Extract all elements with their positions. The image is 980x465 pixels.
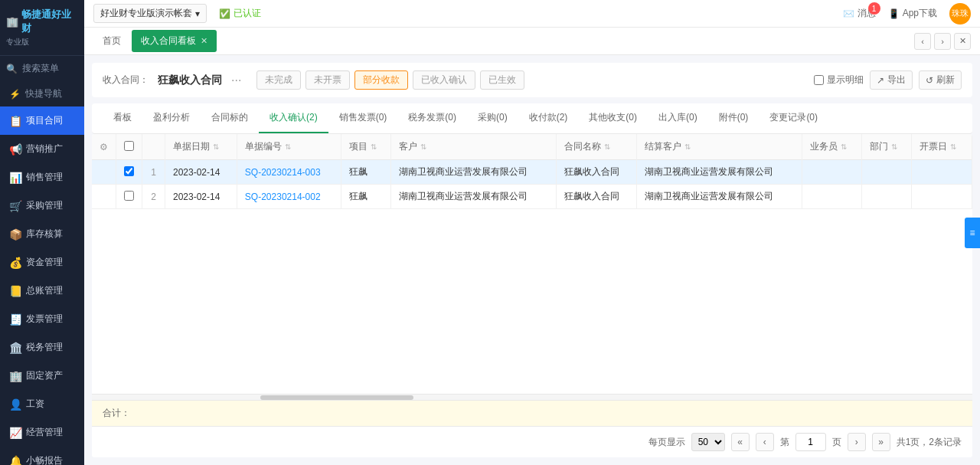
page-number-input[interactable] — [795, 433, 826, 451]
sidebar-item-sales[interactable]: 📊 销售管理 — [0, 163, 84, 192]
doc-no-link-1[interactable]: SQ-20230214-002 — [245, 192, 321, 202]
sidebar-search-label: 搜索菜单 — [22, 62, 59, 75]
right-panel-trigger[interactable]: ≡ — [965, 218, 980, 248]
settings-icon[interactable]: ⚙ — [100, 142, 108, 152]
table-scrollbar[interactable] — [92, 394, 972, 400]
tab-other_income[interactable]: 其他收支(0) — [578, 103, 648, 133]
tab-home-label: 首页 — [103, 35, 121, 46]
status-uncompleted[interactable]: 未完成 — [256, 70, 301, 90]
tab-profit[interactable]: 盈利分析 — [142, 103, 201, 133]
right-icon[interactable]: ≡ — [965, 218, 980, 248]
refresh-button[interactable]: ↺ 刷新 — [919, 70, 962, 90]
tab-nav-close[interactable]: ✕ — [954, 33, 971, 50]
row-project-0: 狂飙 — [341, 160, 391, 185]
status-partial[interactable]: 部分收款 — [354, 70, 408, 90]
tab-income_confirm[interactable]: 收入确认(2) — [259, 103, 328, 133]
company-selector[interactable]: 好业财专业版演示帐套 ▾ — [93, 4, 207, 23]
certified-badge: ✅ 已认证 — [219, 7, 261, 20]
sidebar-item-funds[interactable]: 💰 资金管理 — [0, 248, 84, 277]
tab-warehouse[interactable]: 出入库(0) — [648, 103, 708, 133]
sidebar-item-purchase[interactable]: 🛒 采购管理 — [0, 192, 84, 220]
app-download-action[interactable]: 📱 App下载 — [888, 7, 937, 20]
sidebar-marketing-label: 营销推广 — [26, 142, 63, 156]
page-prev-btn[interactable]: ‹ — [756, 433, 774, 451]
sidebar-item-labor[interactable]: 👤 工资 — [0, 390, 84, 418]
sidebar-item-report[interactable]: 🔔 小畅报告 — [0, 447, 84, 465]
row-end-customer-0: 湖南卫视商业运营发展有限公司 — [637, 160, 802, 185]
sidebar-item-invoice[interactable]: 🧾 发票管理 — [0, 305, 84, 333]
sidebar-tax-label: 税务管理 — [26, 341, 63, 354]
tab-sales_invoice[interactable]: 销售发票(0) — [328, 103, 398, 133]
table-row: 1 2023-02-14 SQ-20230214-003 狂飙 湖南卫视商业运营… — [92, 160, 972, 185]
row-checkbox-0[interactable] — [124, 166, 134, 176]
status-confirmed[interactable]: 已收入确认 — [413, 70, 475, 90]
row-gear-1[interactable] — [92, 185, 116, 209]
contract-more-button[interactable]: ··· — [231, 74, 241, 87]
sidebar-quick-nav[interactable]: ⚡ 快捷导航 — [0, 81, 84, 106]
row-gear-0[interactable] — [92, 160, 116, 185]
sidebar-operation-label: 经营管理 — [26, 426, 63, 439]
row-num-0: 1 — [142, 160, 165, 185]
sidebar-item-operation[interactable]: 📈 经营管理 — [0, 418, 84, 447]
sidebar-item-fixed[interactable]: 🏢 固定资产 — [0, 362, 84, 390]
tab-close-icon[interactable]: ✕ — [201, 36, 207, 46]
tab-home[interactable]: 首页 — [93, 30, 130, 52]
th-end-customer-label: 结算客户 — [645, 140, 681, 153]
status-buttons: 未完成未开票部分收款已收入确认已生效 — [256, 70, 524, 90]
show-detail-check[interactable]: 显示明细 — [814, 74, 864, 87]
page-first-btn[interactable]: « — [731, 433, 750, 451]
sidebar-quick-nav-label: 快捷导航 — [25, 87, 62, 100]
tab-income-kanban[interactable]: 收入合同看板 ✕ — [132, 30, 217, 52]
tab-tax_invoice[interactable]: 税务发票(0) — [397, 103, 467, 133]
export-button[interactable]: ↗ 导出 — [870, 70, 913, 90]
sidebar-report-icon: 🔔 — [9, 455, 21, 466]
row-check-1[interactable] — [116, 185, 142, 209]
contract-header: 收入合同： 狂飙收入合同 ··· 未完成未开票部分收款已收入确认已生效 显示明细… — [92, 63, 972, 97]
section-tabs: 看板盈利分析合同标的收入确认(2)销售发票(0)税务发票(0)采购(0)收付款(… — [92, 103, 972, 134]
sidebar-search-item[interactable]: 🔍 搜索菜单 — [0, 56, 84, 81]
show-detail-label: 显示明细 — [827, 74, 864, 87]
messages-action[interactable]: ✉️ 消息 1 — [843, 7, 876, 20]
status-uninvoiced[interactable]: 未开票 — [305, 70, 350, 90]
sidebar-fixed-icon: 🏢 — [9, 370, 21, 382]
tab-kanban[interactable]: 看板 — [103, 103, 142, 133]
sidebar-logo: 🏢 畅捷通好业财 专业版 — [0, 0, 84, 56]
sidebar-item-tax[interactable]: 🏛️ 税务管理 — [0, 333, 84, 362]
sidebar-item-project[interactable]: 📋 项目合同 — [0, 106, 84, 135]
main-area: 好业财专业版演示帐套 ▾ ✅ 已认证 ✉️ 消息 1 📱 App下载 珠珠 首页 — [84, 0, 980, 465]
row-doc-no-0[interactable]: SQ-20230214-003 — [237, 160, 341, 185]
show-detail-checkbox[interactable] — [814, 75, 824, 85]
select-all-checkbox[interactable] — [124, 141, 134, 151]
tab-attachment[interactable]: 附件(0) — [708, 103, 760, 133]
sidebar-item-inventory[interactable]: 📦 库存核算 — [0, 220, 84, 248]
sort-icon-contract-name: ⇅ — [604, 142, 610, 151]
user-avatar[interactable]: 珠珠 — [949, 3, 971, 25]
per-page-select[interactable]: 50 — [691, 433, 725, 451]
tab-nav-next[interactable]: › — [934, 33, 951, 50]
table-body: 1 2023-02-14 SQ-20230214-003 狂飙 湖南卫视商业运营… — [92, 160, 972, 209]
row-num-1: 2 — [142, 185, 165, 209]
sort-icon-doc-date: ⇅ — [213, 142, 219, 151]
tab-contract_standard[interactable]: 合同标的 — [201, 103, 259, 133]
row-checkbox-1[interactable] — [124, 191, 134, 201]
sidebar-invoice-icon: 🧾 — [9, 313, 21, 326]
page-label-post: 页 — [832, 436, 841, 449]
sidebar-project-label: 项目合同 — [26, 114, 63, 127]
tab-nav-prev[interactable]: ‹ — [914, 33, 931, 50]
sidebar-item-marketing[interactable]: 📢 营销推广 — [0, 135, 84, 163]
tab-change_log[interactable]: 变更记录(0) — [759, 103, 828, 133]
table-header-row: ⚙ 单据日期 ⇅ — [92, 134, 972, 160]
dropdown-icon: ▾ — [195, 8, 200, 19]
doc-no-link-0[interactable]: SQ-20230214-003 — [245, 167, 321, 178]
th-department-label: 部门 — [870, 140, 888, 153]
th-contract-name-label: 合同名称 — [564, 140, 601, 153]
row-doc-no-1[interactable]: SQ-20230214-002 — [237, 185, 341, 209]
status-effective[interactable]: 已生效 — [480, 70, 524, 90]
content-area: 收入合同： 狂飙收入合同 ··· 未完成未开票部分收款已收入确认已生效 显示明细… — [84, 55, 980, 465]
tab-purchase[interactable]: 采购(0) — [467, 103, 518, 133]
page-next-btn[interactable]: › — [848, 433, 866, 451]
row-check-0[interactable] — [116, 160, 142, 185]
page-last-btn[interactable]: » — [872, 433, 890, 451]
sidebar-item-general[interactable]: 📒 总账管理 — [0, 277, 84, 305]
tab-payment[interactable]: 收付款(2) — [518, 103, 579, 133]
